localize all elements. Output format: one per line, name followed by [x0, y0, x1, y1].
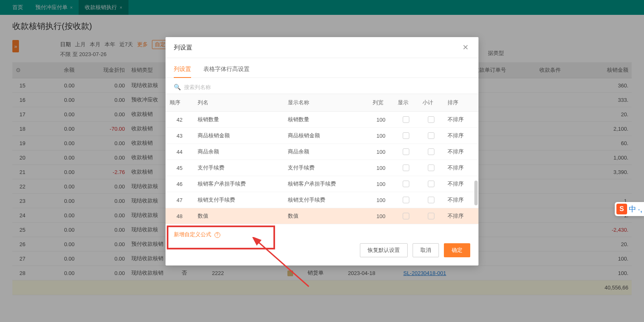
cell-subtotal	[418, 208, 443, 224]
cell-width[interactable]: 100	[369, 144, 394, 160]
cell-sort[interactable]: 不排序	[443, 208, 478, 224]
show-checkbox[interactable]	[403, 181, 409, 187]
cell-show	[394, 192, 419, 208]
config-row[interactable]: 47核销支付手续费核销支付手续费100不排序	[166, 192, 478, 208]
modal-search-bar: 🔍	[166, 78, 478, 94]
cell-name: 核销支付手续费	[194, 192, 284, 208]
cell-display[interactable]: 商品余额	[284, 144, 369, 160]
hdr-name: 列名	[194, 94, 284, 112]
config-row[interactable]: 43商品核销金额商品核销金额100不排序	[166, 128, 478, 144]
cell-name: 自定义公式1 公式设置	[194, 224, 284, 226]
config-header-row: 顺序 列名 显示名称 列宽 显示 小计 排序	[166, 94, 478, 112]
column-config-table: 顺序 列名 显示名称 列宽 显示 小计 排序 42核销数量核销数量100不排序4…	[166, 94, 478, 226]
subtotal-checkbox[interactable]	[428, 132, 434, 139]
cell-show	[394, 176, 419, 192]
cell-width[interactable]: 100	[369, 224, 394, 226]
modal-close-button[interactable]: ✕	[461, 43, 470, 52]
cell-display[interactable]	[284, 224, 369, 226]
cell-show	[394, 112, 419, 128]
subtotal-checkbox[interactable]	[428, 213, 434, 219]
column-settings-modal: 列设置 ✕ 列设置 表格字体行高设置 🔍 顺序 列名 显示名称 列宽 显示 小计…	[166, 37, 478, 266]
show-checkbox[interactable]	[403, 132, 409, 139]
reset-button[interactable]: 恢复默认设置	[360, 243, 408, 257]
config-row[interactable]: 48数值数值100不排序	[166, 208, 478, 224]
modal-tabs: 列设置 表格字体行高设置	[166, 58, 478, 78]
config-row[interactable]: 49自定义公式1 公式设置100不排序	[166, 224, 478, 226]
show-checkbox[interactable]	[403, 148, 409, 155]
cell-width[interactable]: 100	[369, 160, 394, 176]
modal-footer: 恢复默认设置 取消 确定	[166, 243, 478, 266]
hdr-order: 顺序	[166, 94, 194, 112]
search-input[interactable]	[184, 84, 470, 90]
show-checkbox[interactable]	[403, 197, 409, 203]
cell-show	[394, 208, 419, 224]
cell-width[interactable]: 100	[369, 208, 394, 224]
cell-order: 43	[166, 128, 194, 144]
show-checkbox[interactable]	[403, 213, 409, 219]
cell-order: 44	[166, 144, 194, 160]
tab-font-settings[interactable]: 表格字体行高设置	[203, 66, 250, 78]
cell-width[interactable]: 100	[369, 176, 394, 192]
hdr-subtotal: 小计	[418, 94, 443, 112]
cell-sort[interactable]: 不排序	[443, 128, 478, 144]
show-checkbox[interactable]	[403, 116, 409, 123]
cell-display[interactable]: 数值	[284, 208, 369, 224]
ime-mode-label[interactable]: 中	[627, 204, 638, 214]
help-icon[interactable]: ?	[215, 232, 220, 238]
cell-order: 46	[166, 176, 194, 192]
cell-display[interactable]: 核销数量	[284, 112, 369, 128]
cell-name: 支付手续费	[194, 160, 284, 176]
cell-order: 42	[166, 112, 194, 128]
ime-widget[interactable]: S 中 ·,	[615, 202, 644, 216]
tab-column-settings[interactable]: 列设置	[174, 66, 191, 78]
ime-logo-icon: S	[616, 204, 627, 214]
hdr-show: 显示	[394, 94, 419, 112]
cell-sort[interactable]: 不排序	[443, 160, 478, 176]
cell-show	[394, 224, 419, 226]
modal-body[interactable]: 顺序 列名 显示名称 列宽 显示 小计 排序 42核销数量核销数量100不排序4…	[166, 94, 478, 226]
subtotal-checkbox[interactable]	[428, 197, 434, 203]
hdr-sort: 排序	[443, 94, 478, 112]
cell-order: 47	[166, 192, 194, 208]
cell-name: 商品核销金额	[194, 128, 284, 144]
cancel-button[interactable]: 取消	[413, 243, 439, 257]
cell-subtotal	[418, 112, 443, 128]
cell-width[interactable]: 100	[369, 192, 394, 208]
cell-display[interactable]: 核销支付手续费	[284, 192, 369, 208]
cell-name: 核销客户承担手续费	[194, 176, 284, 192]
cell-sort[interactable]: 不排序	[443, 144, 478, 160]
cell-sort[interactable]: 不排序	[443, 176, 478, 192]
config-row[interactable]: 46核销客户承担手续费核销客户承担手续费100不排序	[166, 176, 478, 192]
cell-subtotal	[418, 144, 443, 160]
add-formula-row: 新增自定义公式 ?	[166, 226, 478, 243]
cell-show	[394, 160, 419, 176]
cell-display[interactable]: 支付手续费	[284, 160, 369, 176]
cell-sort[interactable]: 不排序	[443, 112, 478, 128]
cell-show	[394, 144, 419, 160]
config-row[interactable]: 45支付手续费支付手续费100不排序	[166, 160, 478, 176]
cell-order: 49	[166, 224, 194, 226]
hdr-display: 显示名称	[284, 94, 369, 112]
subtotal-checkbox[interactable]	[428, 148, 434, 155]
cell-sort[interactable]: 不排序	[443, 192, 478, 208]
add-custom-formula-link[interactable]: 新增自定义公式	[174, 231, 211, 237]
subtotal-checkbox[interactable]	[428, 116, 434, 123]
subtotal-checkbox[interactable]	[428, 165, 434, 171]
cell-name: 数值	[194, 208, 284, 224]
subtotal-checkbox[interactable]	[428, 181, 434, 187]
cell-sort[interactable]: 不排序	[443, 224, 478, 226]
cell-display[interactable]: 核销客户承担手续费	[284, 176, 369, 192]
ime-punct-icon[interactable]: ·,	[638, 204, 642, 214]
cell-display[interactable]: 商品核销金额	[284, 128, 369, 144]
scrollbar-thumb[interactable]	[474, 181, 478, 205]
config-row[interactable]: 42核销数量核销数量100不排序	[166, 112, 478, 128]
cell-subtotal	[418, 192, 443, 208]
cell-order: 48	[166, 208, 194, 224]
cell-width[interactable]: 100	[369, 128, 394, 144]
config-row[interactable]: 44商品余额商品余额100不排序	[166, 144, 478, 160]
confirm-button[interactable]: 确定	[444, 243, 470, 257]
cell-subtotal	[418, 176, 443, 192]
cell-width[interactable]: 100	[369, 112, 394, 128]
show-checkbox[interactable]	[403, 165, 409, 171]
cell-order: 45	[166, 160, 194, 176]
